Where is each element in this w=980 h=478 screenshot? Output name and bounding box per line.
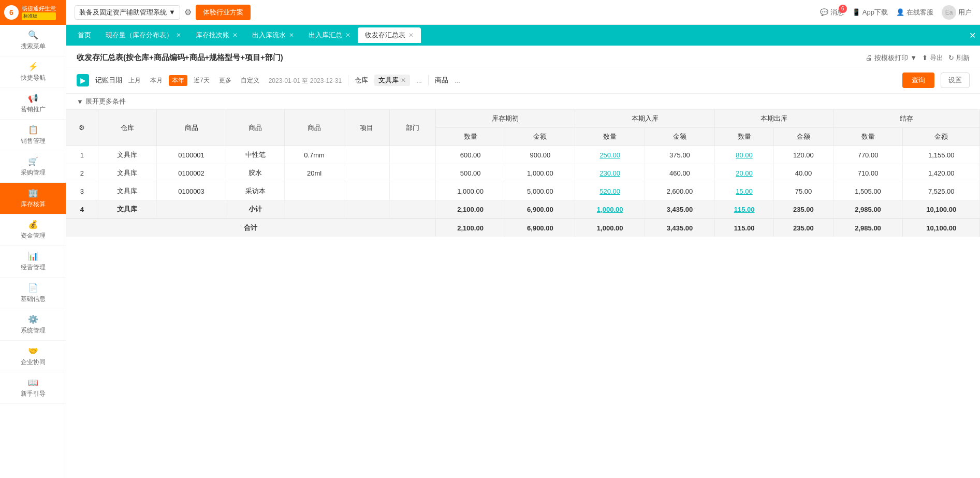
date-btn-more[interactable]: 更多 (216, 75, 235, 86)
sidebar-item-system[interactable]: ⚙️ 系统管理 (0, 309, 66, 341)
row2-project (344, 164, 389, 182)
tab-batch-account-close[interactable]: ✕ (232, 32, 238, 39)
print-icon: 🖨 (866, 54, 872, 62)
date-btn-7days[interactable]: 近7天 (191, 75, 213, 86)
col-spec-header: 商品 (285, 110, 344, 146)
row2-open-amt: 1,000.00 (505, 164, 575, 182)
sidebar-item-sales[interactable]: 📋 销售管理 (0, 120, 66, 151)
sidebar-item-enterprise[interactable]: 🤝 企业协同 (0, 341, 66, 372)
tab-inventory-dist-close[interactable]: ✕ (176, 32, 181, 39)
row3-open-qty: 1,000.00 (435, 182, 505, 200)
sidebar-item-label: 新手引导 (21, 389, 46, 398)
message-btn[interactable]: 💬 消息 6 (820, 8, 844, 17)
topbar-right: 💬 消息 6 📱 App下载 👤 在线客服 Ea 用户 (820, 5, 972, 20)
app-download-btn[interactable]: 📱 App下载 (852, 8, 888, 17)
total-bal-qty: 2,985.00 (833, 219, 903, 237)
try-btn[interactable]: 体验行业方案 (196, 5, 251, 20)
row1-dept (390, 146, 435, 164)
tab-receipt-summary-close[interactable]: ✕ (408, 32, 414, 39)
tab-in-out-summary-close[interactable]: ✕ (345, 32, 350, 39)
expand-row: ▼ 展开更多条件 (66, 94, 980, 110)
tab-home[interactable]: 首页 (70, 27, 98, 43)
warehouse-tag-text: 文具库 (378, 76, 399, 85)
finance-icon: 💰 (28, 220, 38, 229)
main-area: 装备及固定资产辅助管理系统 ▼ ⚙ 体验行业方案 💬 消息 6 📱 App下载 … (66, 0, 980, 478)
col-bal-qty: 数量 (833, 128, 903, 146)
tab-inventory-dist-label: 现存量（库存分布表） (106, 31, 173, 40)
tabs-bar: 首页 现存量（库存分布表） ✕ 库存批次账 ✕ 出入库流水 ✕ 出入库汇总 ✕ … (66, 25, 980, 46)
total-open-amt: 6,900.00 (505, 219, 575, 237)
sidebar-item-inventory[interactable]: 🏢 库存核算 (0, 183, 66, 214)
row2-in-qty[interactable]: 230.00 (575, 164, 645, 182)
content-area: 收发存汇总表(按仓库+商品编码+商品+规格型号+项目+部门) 🖨 按模板打印 ▼… (66, 46, 980, 478)
chevron-down-icon: ▼ (169, 8, 175, 16)
export-btn[interactable]: ⬆ 导出 (922, 53, 943, 63)
date-btn-last-month[interactable]: 上月 (125, 75, 144, 86)
col-bal-amt: 金额 (903, 128, 980, 146)
sidebar-item-operation[interactable]: 📊 经营管理 (0, 246, 66, 278)
sidebar-item-basic[interactable]: 📄 基础信息 (0, 278, 66, 309)
tab-receipt-summary-label: 收发存汇总表 (365, 31, 405, 40)
data-table-container: ⚙ 仓库 商品 商品 商品 项目 部门 库存期初 本期入库 本期出库 结存 数量 (66, 110, 980, 478)
page-title: 收发存汇总表(按仓库+商品编码+商品+规格型号+项目+部门) (77, 53, 283, 63)
query-btn[interactable]: 查询 (902, 73, 934, 88)
user-label: 用户 (958, 8, 972, 17)
col-gear[interactable]: ⚙ (66, 110, 98, 146)
date-btn-custom[interactable]: 自定义 (238, 75, 262, 86)
page-header: 收发存汇总表(按仓库+商品编码+商品+规格型号+项目+部门) 🖨 按模板打印 ▼… (66, 46, 980, 67)
gear-icon[interactable]: ⚙ (184, 7, 192, 17)
online-service-btn[interactable]: 👤 在线客服 (896, 8, 933, 17)
setting-btn[interactable]: 设置 (941, 73, 970, 88)
refresh-btn[interactable]: ↻ 刷新 (948, 53, 970, 63)
row3-spec (285, 182, 344, 200)
tab-inventory-dist[interactable]: 现存量（库存分布表） ✕ (98, 27, 188, 43)
date-btn-this-year[interactable]: 本年 (169, 75, 187, 86)
warehouse-more-btn[interactable]: ... (416, 77, 422, 84)
row3-bal-qty: 1,505.00 (833, 182, 903, 200)
sales-icon: 📋 (28, 125, 38, 135)
tab-batch-account-label: 库存批次账 (196, 31, 229, 40)
warehouse-label: 仓库 (355, 76, 368, 85)
filter-toggle-btn[interactable]: ▶ (77, 74, 89, 86)
row2-out-qty[interactable]: 20.00 (714, 164, 773, 182)
gear-icon[interactable]: ⚙ (79, 124, 85, 132)
table-row: 2 文具库 0100002 胶水 20ml 500.00 1,000.00 23… (66, 164, 980, 182)
sidebar-item-finance[interactable]: 💰 资金管理 (0, 214, 66, 246)
tab-batch-account[interactable]: 库存批次账 ✕ (188, 27, 245, 43)
tab-in-out-summary[interactable]: 出入库汇总 ✕ (301, 27, 358, 43)
row3-in-qty[interactable]: 520.00 (575, 182, 645, 200)
export-icon: ⬆ (922, 54, 928, 62)
user-btn[interactable]: Ea 用户 (942, 5, 972, 20)
expand-icon: ▼ (77, 98, 83, 106)
tab-in-out-flow[interactable]: 出入库流水 ✕ (245, 27, 301, 43)
goods-more-btn[interactable]: ... (455, 77, 460, 84)
subtotal-in-qty[interactable]: 1,000.00 (575, 200, 645, 219)
row1-out-qty[interactable]: 80.00 (714, 146, 773, 164)
tab-in-out-flow-close[interactable]: ✕ (289, 32, 294, 39)
col-in-amt: 金额 (645, 128, 715, 146)
col-open-amt: 金额 (505, 128, 575, 146)
sidebar-item-search[interactable]: 🔍 搜索菜单 (0, 25, 66, 56)
topbar-left: 装备及固定资产辅助管理系统 ▼ ⚙ 体验行业方案 (75, 5, 251, 20)
col-out-qty: 数量 (714, 128, 773, 146)
row3-out-qty[interactable]: 15.00 (714, 182, 773, 200)
row1-in-qty[interactable]: 250.00 (575, 146, 645, 164)
sidebar-item-quick-nav[interactable]: ⚡ 快捷导航 (0, 56, 66, 88)
tab-bar-close[interactable]: ✕ (969, 31, 976, 40)
system-select[interactable]: 装备及固定资产辅助管理系统 ▼ (75, 5, 180, 20)
print-btn[interactable]: 🖨 按模板打印 ▼ (866, 53, 917, 63)
date-btn-this-month[interactable]: 本月 (147, 75, 166, 86)
tab-receipt-summary[interactable]: 收发存汇总表 ✕ (358, 27, 421, 43)
sidebar-item-guide[interactable]: 📖 新手引导 (0, 372, 66, 404)
service-icon: 👤 (896, 8, 904, 16)
expand-btn[interactable]: ▼ 展开更多条件 (77, 97, 126, 106)
sidebar-item-label: 资金管理 (21, 231, 46, 240)
sidebar-item-marketing[interactable]: 📢 营销推广 (0, 88, 66, 120)
row1-project (344, 146, 389, 164)
total-in-qty: 1,000.00 (575, 219, 645, 237)
warehouse-tag-close[interactable]: ✕ (401, 77, 406, 84)
mobile-icon: 📱 (852, 8, 860, 16)
subtotal-out-qty[interactable]: 115.00 (714, 200, 773, 219)
sidebar-item-purchase[interactable]: 🛒 采购管理 (0, 151, 66, 183)
row1-code: 0100001 (156, 146, 226, 164)
